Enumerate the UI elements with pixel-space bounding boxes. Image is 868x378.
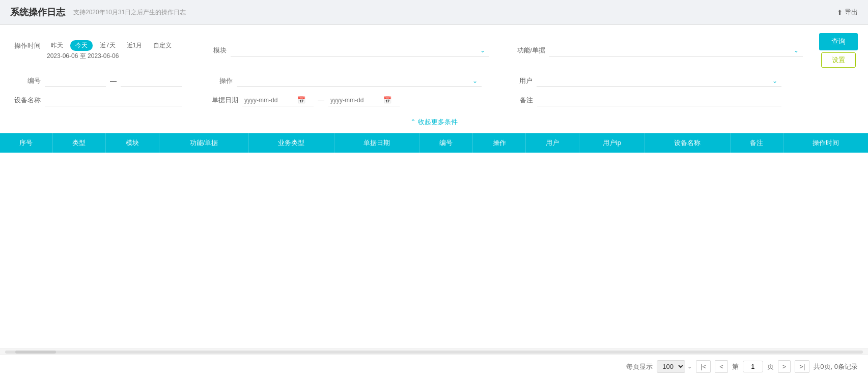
table-container: 序号 类型 模块 功能/单据 业务类型 单据日期 编号 操作 用户 用户ip 设… — [0, 133, 868, 348]
col-index: 序号 — [0, 133, 52, 153]
col-user-ip: 用户ip — [579, 133, 645, 153]
collapse-label: 收起更多条件 — [418, 118, 458, 126]
filter-area: 操作时间 昨天 今天 近7天 近1月 自定义 2023-06-06 至 2023… — [0, 25, 868, 133]
user-select[interactable]: ⌄ — [537, 75, 781, 87]
col-type: 类型 — [52, 133, 105, 153]
device-filter: 设备名称 — [10, 94, 182, 106]
scrollbar-track — [5, 351, 863, 354]
user-chevron-icon: ⌄ — [772, 77, 777, 84]
page-container: 系统操作日志 支持2020年10月31日之后产生的操作日志 ⬆ 导出 操作时间 … — [0, 0, 868, 378]
operation-label: 操作 — [202, 76, 233, 85]
scrollbar-thumb[interactable] — [15, 351, 56, 354]
time-btn-today[interactable]: 今天 — [70, 40, 93, 51]
user-label: 用户 — [502, 76, 533, 85]
export-label: 导出 — [845, 8, 858, 17]
page-unit-label: 页 — [767, 362, 774, 371]
filter-row-3: 设备名称 单据日期 📅 — 📅 备注 — [10, 94, 858, 106]
last-page-button[interactable]: >| — [795, 360, 809, 373]
chevron-up-icon: ⌃ — [410, 118, 416, 126]
number-filter: 编号 — — [10, 75, 182, 87]
time-btn-7days[interactable]: 近7天 — [96, 40, 120, 51]
col-remark: 备注 — [730, 133, 783, 153]
time-filter-group: 昨天 今天 近7天 近1月 自定义 — [47, 40, 176, 51]
scrollbar-area — [0, 348, 868, 355]
pagination: 每页显示 100 10 20 50 ⌄ |< < 第 页 > >| 共0页, 0… — [0, 355, 868, 378]
calendar-to-icon[interactable]: 📅 — [383, 96, 391, 104]
col-module: 模块 — [106, 133, 159, 153]
collapse-button[interactable]: ⌃ 收起更多条件 — [410, 118, 458, 127]
collapse-bar: ⌃ 收起更多条件 — [10, 113, 858, 129]
number-label: 编号 — [10, 76, 41, 85]
remark-label: 备注 — [502, 96, 533, 105]
col-number: 编号 — [419, 133, 472, 153]
remark-filter: 备注 — [502, 94, 782, 106]
calendar-from-icon[interactable]: 📅 — [297, 96, 305, 104]
date-to-input[interactable] — [330, 97, 381, 104]
next-page-button[interactable]: > — [778, 360, 791, 373]
empty-area — [0, 153, 868, 315]
page-subtitle: 支持2020年10月31日之后产生的操作日志 — [73, 8, 186, 17]
remark-input[interactable] — [537, 94, 782, 106]
function-chevron-icon: ⌄ — [794, 47, 799, 54]
col-device: 设备名称 — [645, 133, 730, 153]
operation-filter: 操作 ⌄ — [202, 75, 482, 87]
time-btn-yesterday[interactable]: 昨天 — [47, 40, 67, 51]
function-select[interactable]: ⌄ — [549, 45, 803, 56]
time-section: 操作时间 昨天 今天 近7天 近1月 自定义 2023-06-06 至 2023… — [10, 40, 176, 61]
prev-page-button[interactable]: < — [715, 360, 728, 373]
total-info: 共0页, 0条记录 — [814, 362, 858, 371]
module-filter: 模块 ⌄ — [196, 45, 489, 56]
time-range-text: 2023-06-06 至 2023-06-06 — [47, 52, 119, 60]
col-op-time: 操作时间 — [783, 133, 868, 153]
filter-row-1: 操作时间 昨天 今天 近7天 近1月 自定义 2023-06-06 至 2023… — [10, 33, 858, 68]
function-filter: 功能/单据 ⌄ — [510, 45, 803, 56]
date-from-input[interactable] — [244, 97, 295, 104]
table-header-row: 序号 类型 模块 功能/单据 业务类型 单据日期 编号 操作 用户 用户ip 设… — [0, 133, 868, 153]
per-page-select[interactable]: 100 10 20 50 — [657, 360, 685, 373]
export-button[interactable]: ⬆ 导出 — [837, 8, 858, 17]
date-filter: 单据日期 📅 — 📅 — [203, 94, 482, 106]
filter-row-2: 编号 — 操作 ⌄ 用户 ⌄ — [10, 75, 858, 87]
page-number-input[interactable] — [743, 361, 763, 372]
export-icon: ⬆ — [837, 9, 843, 16]
device-input[interactable] — [45, 94, 182, 106]
first-page-button[interactable]: |< — [696, 360, 711, 373]
time-btn-custom[interactable]: 自定义 — [149, 40, 176, 51]
number-dash: — — [110, 77, 117, 85]
query-button[interactable]: 查询 — [819, 33, 858, 50]
date-from-field[interactable]: 📅 — [242, 94, 314, 106]
chevron-down-select-icon: ⌄ — [687, 363, 692, 370]
module-label: 模块 — [196, 46, 227, 55]
module-select[interactable]: ⌄ — [231, 45, 489, 56]
col-function: 功能/单据 — [159, 133, 248, 153]
time-label: 操作时间 — [10, 41, 41, 50]
device-label: 设备名称 — [10, 96, 41, 105]
function-label: 功能/单据 — [510, 46, 545, 55]
time-btn-1month[interactable]: 近1月 — [123, 40, 147, 51]
per-page-label: 每页显示 — [626, 362, 653, 371]
col-user: 用户 — [526, 133, 579, 153]
page-prefix-label: 第 — [732, 362, 739, 371]
operation-chevron-icon: ⌄ — [472, 77, 478, 84]
col-biz-type: 业务类型 — [249, 133, 334, 153]
settings-button[interactable]: 设置 — [821, 52, 856, 68]
number-from-input[interactable] — [45, 75, 106, 87]
date-to-field[interactable]: 📅 — [328, 94, 400, 106]
page-header: 系统操作日志 支持2020年10月31日之后产生的操作日志 ⬆ 导出 — [0, 0, 868, 25]
date-label: 单据日期 — [203, 96, 238, 105]
date-dash: — — [318, 97, 324, 104]
action-buttons: 查询 设置 — [819, 33, 858, 68]
col-doc-date: 单据日期 — [334, 133, 419, 153]
data-table: 序号 类型 模块 功能/单据 业务类型 单据日期 编号 操作 用户 用户ip 设… — [0, 133, 868, 153]
col-operation: 操作 — [472, 133, 525, 153]
operation-select[interactable]: ⌄ — [237, 75, 482, 87]
user-filter: 用户 ⌄ — [502, 75, 781, 87]
module-chevron-icon: ⌄ — [480, 47, 485, 54]
number-to-input[interactable] — [121, 75, 182, 87]
page-title: 系统操作日志 — [10, 6, 65, 18]
